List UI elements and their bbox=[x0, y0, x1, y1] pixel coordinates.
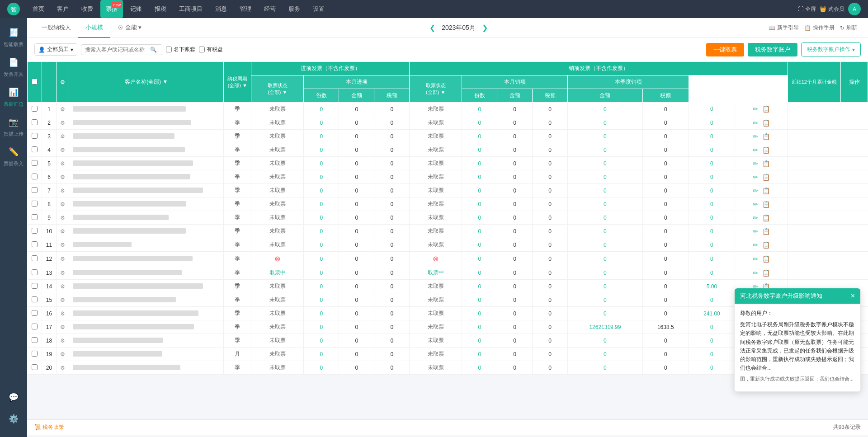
m12-zero[interactable]: 0 bbox=[710, 160, 713, 167]
th-name[interactable]: 客户名称(全部) ▼ bbox=[69, 62, 224, 103]
season-je-zero[interactable]: 0 bbox=[604, 174, 607, 180]
prev-month-btn[interactable]: ❮ bbox=[427, 23, 438, 33]
row-name[interactable] bbox=[69, 143, 224, 157]
row-gear-icon[interactable]: ⚙ bbox=[60, 201, 65, 207]
row-jin-status[interactable]: 未取票 bbox=[251, 320, 304, 334]
row-xiao-status[interactable]: 未取票 bbox=[410, 130, 462, 143]
copy-btn[interactable]: 📋 bbox=[761, 214, 771, 221]
row-xiao-status[interactable]: 未取票 bbox=[410, 143, 462, 157]
row-name[interactable] bbox=[69, 130, 224, 143]
edit-btn[interactable]: ✏ bbox=[751, 146, 760, 154]
row-xiao-status[interactable]: 未取票 bbox=[410, 103, 462, 116]
row-gear-icon[interactable]: ⚙ bbox=[60, 215, 65, 221]
edit-btn[interactable]: ✏ bbox=[751, 241, 760, 249]
season-je-zero[interactable]: 0 bbox=[604, 215, 607, 221]
xiao-fs-link[interactable]: 0 bbox=[478, 147, 481, 153]
row-checkbox[interactable] bbox=[32, 228, 38, 234]
row-name[interactable] bbox=[69, 157, 224, 170]
jin-fs-link[interactable]: 0 bbox=[320, 228, 323, 235]
jin-fs-link[interactable]: 0 bbox=[320, 256, 323, 262]
row-jin-status[interactable]: 未取票 bbox=[251, 143, 304, 157]
row-xiao-status[interactable]: 未取票 bbox=[410, 170, 462, 184]
row-xiao-status[interactable]: 未取票 bbox=[410, 361, 462, 375]
popup-close-btn[interactable]: × bbox=[851, 292, 855, 300]
search-input[interactable] bbox=[85, 47, 148, 53]
row-setting[interactable]: ⚙ bbox=[57, 361, 69, 375]
sidebar-item-ticket-summary[interactable]: 📊 票据汇总 bbox=[0, 81, 27, 111]
row-gear-icon[interactable]: ⚙ bbox=[60, 283, 65, 290]
row-name[interactable] bbox=[69, 197, 224, 211]
nav-bookkeeping[interactable]: 记账 bbox=[125, 0, 147, 18]
tab-all[interactable]: ♾ 全能 ▾ bbox=[110, 18, 149, 38]
m12-zero[interactable]: 0 bbox=[710, 365, 713, 371]
copy-btn[interactable]: 📋 bbox=[761, 228, 771, 235]
row-name[interactable] bbox=[69, 320, 224, 334]
jin-fs-link[interactable]: 0 bbox=[320, 215, 323, 221]
th-period[interactable]: 纳税周期(全部) ▼ bbox=[224, 62, 251, 103]
edit-btn[interactable]: ✏ bbox=[751, 255, 760, 263]
copy-btn[interactable]: 📋 bbox=[761, 201, 771, 208]
xiao-fs-link[interactable]: 0 bbox=[478, 324, 481, 330]
edit-btn[interactable]: ✏ bbox=[751, 105, 760, 113]
copy-btn[interactable]: 📋 bbox=[761, 105, 771, 113]
row-checkbox[interactable] bbox=[32, 283, 38, 289]
row-checkbox[interactable] bbox=[32, 269, 38, 275]
row-checkbox[interactable] bbox=[32, 174, 38, 179]
row-jin-status[interactable]: 取票中 bbox=[251, 266, 304, 280]
jin-fs-link[interactable]: 0 bbox=[320, 310, 323, 317]
jin-fs-link[interactable]: 0 bbox=[320, 365, 323, 371]
row-setting[interactable]: ⚙ bbox=[57, 334, 69, 348]
check-shui[interactable] bbox=[199, 47, 205, 52]
season-je-zero[interactable]: 0 bbox=[604, 106, 607, 113]
row-jin-status[interactable]: 未取票 bbox=[251, 157, 304, 170]
tax-digital-btn[interactable]: 税务数字账户 bbox=[748, 43, 797, 56]
row-xiao-status[interactable]: 未取票 bbox=[410, 197, 462, 211]
xiao-fs-link[interactable]: 0 bbox=[478, 215, 481, 221]
xiao-fs-link[interactable]: 0 bbox=[478, 188, 481, 194]
copy-btn[interactable]: 📋 bbox=[761, 269, 771, 277]
copy-btn[interactable]: 📋 bbox=[761, 133, 771, 140]
xiao-fs-link[interactable]: 0 bbox=[478, 297, 481, 303]
row-setting[interactable]: ⚙ bbox=[57, 307, 69, 320]
row-name[interactable] bbox=[69, 252, 224, 266]
row-xiao-status[interactable]: 未取票 bbox=[410, 293, 462, 307]
row-checkbox[interactable] bbox=[32, 160, 38, 166]
copy-btn[interactable]: 📋 bbox=[761, 187, 771, 194]
xiao-fs-link[interactable]: 0 bbox=[478, 338, 481, 344]
row-jin-status[interactable]: 未取票 bbox=[251, 361, 304, 375]
jin-fs-link[interactable]: 0 bbox=[320, 133, 323, 140]
fullscreen-btn[interactable]: ⛶ 全屏 bbox=[798, 5, 816, 13]
row-setting[interactable]: ⚙ bbox=[57, 143, 69, 157]
row-name[interactable] bbox=[69, 184, 224, 197]
new-guide-link[interactable]: 📖 新手引导 bbox=[769, 24, 799, 32]
row-setting[interactable]: ⚙ bbox=[57, 266, 69, 280]
row-gear-icon[interactable]: ⚙ bbox=[60, 297, 65, 303]
xiao-fs-link[interactable]: 0 bbox=[478, 310, 481, 317]
row-setting[interactable]: ⚙ bbox=[57, 252, 69, 266]
season-je-zero[interactable]: 0 bbox=[604, 338, 607, 344]
jin-fs-link[interactable]: 0 bbox=[320, 120, 323, 126]
row-checkbox[interactable] bbox=[32, 119, 38, 125]
xiao-fs-link[interactable]: 0 bbox=[478, 174, 481, 180]
sidebar-item-invoice-open[interactable]: 📄 发票开具 bbox=[0, 52, 27, 81]
season-je-zero[interactable]: 0 bbox=[604, 283, 607, 290]
row-name[interactable] bbox=[69, 116, 224, 130]
row-jin-status[interactable]: 未取票 bbox=[251, 238, 304, 252]
row-name[interactable] bbox=[69, 307, 224, 320]
row-setting[interactable]: ⚙ bbox=[57, 103, 69, 116]
row-xiao-status[interactable]: 未取票 bbox=[410, 157, 462, 170]
row-gear-icon[interactable]: ⚙ bbox=[60, 228, 65, 235]
copy-btn[interactable]: 📋 bbox=[761, 160, 771, 167]
jin-fs-link[interactable]: 0 bbox=[320, 351, 323, 357]
row-checkbox[interactable] bbox=[32, 201, 38, 207]
sidebar-item-smart-ticket[interactable]: 🧾 智能取票 bbox=[0, 22, 27, 52]
one-click-btn[interactable]: 一键取票 bbox=[706, 43, 744, 56]
edit-btn[interactable]: ✏ bbox=[751, 174, 760, 181]
row-xiao-status[interactable]: 未取票 bbox=[410, 307, 462, 320]
xiao-fs-link[interactable]: 0 bbox=[478, 242, 481, 248]
policy-link[interactable]: 📜 税务政策 bbox=[34, 423, 64, 431]
tab-general-taxpayer[interactable]: 一般纳税人 bbox=[34, 18, 78, 38]
row-gear-icon[interactable]: ⚙ bbox=[60, 188, 65, 194]
row-name[interactable] bbox=[69, 238, 224, 252]
row-name[interactable] bbox=[69, 170, 224, 184]
